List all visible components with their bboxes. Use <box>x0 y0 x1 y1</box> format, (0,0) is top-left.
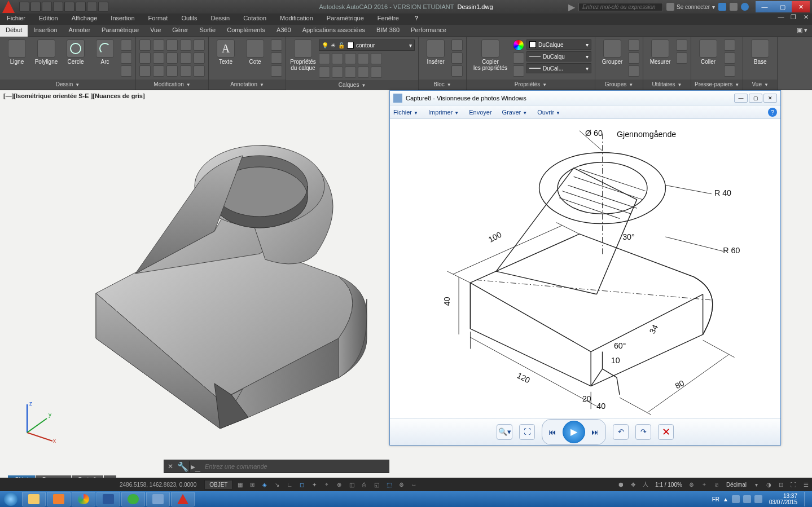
layer-tool-6[interactable] <box>319 67 330 78</box>
mod-fillet[interactable] <box>166 52 178 64</box>
mod-extra-1[interactable] <box>194 39 205 51</box>
tab-vue[interactable]: Vue <box>144 25 166 37</box>
pv-maximize-button[interactable]: ▢ <box>749 94 762 103</box>
pv-help-icon[interactable]: ? <box>768 108 777 117</box>
tool-coller[interactable]: Coller <box>695 39 722 65</box>
qat-more-icon[interactable] <box>98 2 108 12</box>
mod-offset[interactable] <box>180 65 191 77</box>
annot-table[interactable] <box>271 52 282 64</box>
mod-copy[interactable] <box>139 52 151 64</box>
sb-12[interactable]: ⬚ <box>383 479 395 490</box>
sb-r7[interactable]: ◑ <box>762 479 775 490</box>
prop-weight-icon[interactable] <box>513 65 524 77</box>
sb-snap[interactable]: ◈ <box>258 479 271 490</box>
pv-menu-graver[interactable]: Graver▼ <box>502 109 528 116</box>
tab-a360[interactable]: A360 <box>271 25 297 37</box>
sb-14[interactable]: ↔ <box>407 479 420 490</box>
layer-tool-4[interactable] <box>358 53 369 64</box>
prop-color-icon[interactable] <box>513 39 524 51</box>
sb-menu[interactable]: ☰ <box>800 479 812 490</box>
dessin-small-1[interactable] <box>121 39 132 51</box>
taskbar-word[interactable] <box>96 492 120 506</box>
menu-edition[interactable]: Edition <box>32 14 65 25</box>
prop-lineweight-dropdown[interactable]: DuCal...▾ <box>526 63 591 73</box>
mod-mirror[interactable] <box>153 52 164 64</box>
tool-texte[interactable]: ATexte <box>212 39 239 65</box>
pv-fit-button[interactable]: ⛶ <box>519 424 535 440</box>
tray-volume-icon[interactable] <box>754 495 762 503</box>
pv-titlebar[interactable]: Capture8 - Visionneuse de photos Windows… <box>390 91 780 105</box>
tool-mesurer[interactable]: Mesurer <box>647 39 674 65</box>
tray-clock[interactable]: 13:3703/07/2015 <box>766 493 801 505</box>
menu-dessin[interactable]: Dessin <box>204 14 237 25</box>
menu-format[interactable]: Format <box>142 14 175 25</box>
pv-zoom-button[interactable]: 🔍▾ <box>497 424 512 440</box>
sb-4[interactable]: ∟ <box>283 479 296 490</box>
tool-inserer[interactable]: Insérer <box>422 39 449 65</box>
tool-cote[interactable]: Cote <box>242 39 269 65</box>
menu-affichage[interactable]: Affichage <box>65 14 104 25</box>
pv-close-button[interactable]: ✕ <box>763 94 777 103</box>
menu-outils[interactable]: Outils <box>174 14 204 25</box>
sb-1[interactable]: ⊞ <box>246 479 258 490</box>
grp-2[interactable] <box>628 52 639 64</box>
sb-osnap[interactable]: ◻ <box>296 479 308 490</box>
menu-modification[interactable]: Modification <box>273 14 320 25</box>
mod-stretch[interactable] <box>139 65 151 77</box>
status-grid-icon[interactable]: ▦ <box>234 479 246 490</box>
status-units[interactable]: Décimal <box>723 482 750 488</box>
window-close-button[interactable]: ✕ <box>792 1 810 12</box>
mod-erase[interactable] <box>180 39 191 51</box>
pv-menu-imprimer[interactable]: Imprimer▼ <box>428 109 459 116</box>
command-input[interactable] <box>201 463 389 470</box>
status-space[interactable]: OBJET <box>204 480 232 490</box>
prop-color-dropdown[interactable]: DuCalque▾ <box>526 39 591 50</box>
sb-r3[interactable]: ⚙ <box>686 479 698 490</box>
dessin-small-2[interactable] <box>121 52 132 64</box>
window-maximize-button[interactable]: ▢ <box>774 1 792 12</box>
layer-dropdown[interactable]: 💡 ☀ 🔓 contour ▾ <box>319 39 415 51</box>
pv-menu-envoyer[interactable]: Envoyer <box>469 109 491 116</box>
layer-tool-3[interactable] <box>345 53 356 64</box>
util-2[interactable] <box>676 52 687 64</box>
tab-parametrique[interactable]: Paramétrique <box>96 25 144 37</box>
tool-arc[interactable]: Arc <box>91 39 118 65</box>
layer-tool-9[interactable] <box>358 67 369 78</box>
taskbar-autocad[interactable] <box>171 492 195 506</box>
sb-r9[interactable]: ⛶ <box>787 479 800 490</box>
menu-cotation[interactable]: Cotation <box>236 14 273 25</box>
tool-polyligne[interactable]: Polyligne <box>33 39 60 65</box>
sb-13[interactable]: ⚙ <box>395 479 407 490</box>
annot-leader[interactable] <box>271 39 282 51</box>
pv-menu-ouvrir[interactable]: Ouvrir▼ <box>537 109 560 116</box>
signin-button[interactable]: Se connecter ▾ <box>666 3 715 11</box>
bloc-attr[interactable] <box>451 65 463 77</box>
tab-sortie[interactable]: Sortie <box>194 25 221 37</box>
qat-save-icon[interactable] <box>42 2 52 12</box>
qat-open-icon[interactable] <box>30 2 41 12</box>
mod-move[interactable] <box>139 39 151 51</box>
qat-redo-icon[interactable] <box>87 2 97 12</box>
grp-1[interactable] <box>628 39 639 51</box>
layer-tool-8[interactable] <box>345 67 356 78</box>
tab-debut[interactable]: Début <box>0 25 28 37</box>
clip-copy[interactable] <box>724 52 735 64</box>
tool-base[interactable]: Base <box>747 39 774 65</box>
show-desktop-button[interactable] <box>804 492 809 506</box>
sb-11[interactable]: ◱ <box>370 479 383 490</box>
menu-help[interactable]: ? <box>408 14 425 25</box>
pv-minimize-button[interactable]: — <box>734 94 748 103</box>
clip-cut[interactable] <box>724 39 735 51</box>
pv-menu-fichier[interactable]: Fichier▼ <box>393 109 418 116</box>
taskbar-utorrent[interactable] <box>121 492 145 506</box>
window-minimize-button[interactable]: — <box>756 1 774 12</box>
mod-extra-2[interactable] <box>194 52 205 64</box>
cmd-close-icon[interactable]: ✕ <box>164 462 177 470</box>
sb-3[interactable]: ↘ <box>271 479 283 490</box>
clip-copyclip[interactable] <box>724 65 735 77</box>
bloc-edit[interactable] <box>451 52 463 64</box>
pv-delete-button[interactable]: ✕ <box>658 424 674 440</box>
doc-minimize-button[interactable]: — <box>775 14 787 25</box>
tool-layer-props[interactable]: Propriétés du calque <box>289 39 317 71</box>
sb-7[interactable]: ⌖ <box>321 479 333 490</box>
